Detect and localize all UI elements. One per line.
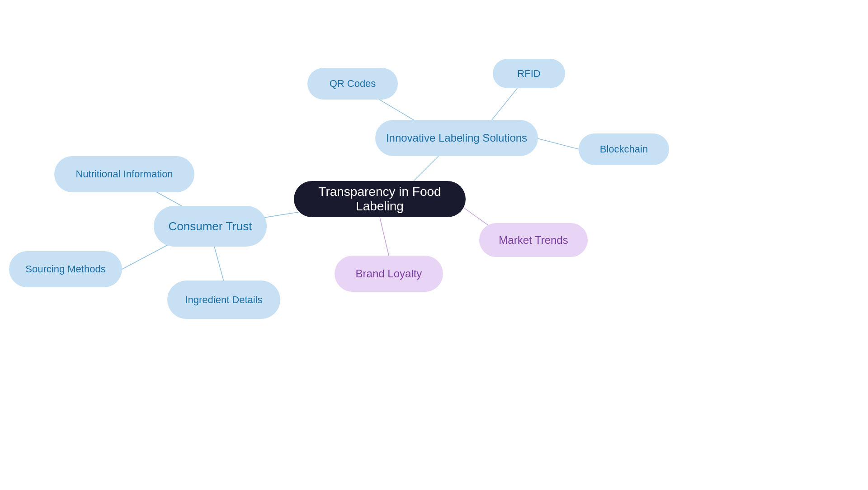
nutritional-node: Nutritional Information bbox=[54, 156, 194, 192]
center-node: Transparency in Food Labeling bbox=[294, 181, 466, 217]
brand-loyalty-label: Brand Loyalty bbox=[356, 267, 422, 280]
nutritional-label: Nutritional Information bbox=[75, 168, 173, 180]
sourcing-node: Sourcing Methods bbox=[9, 251, 122, 287]
innovative-node: Innovative Labeling Solutions bbox=[375, 120, 538, 156]
center-label: Transparency in Food Labeling bbox=[294, 185, 466, 214]
consumer-trust-label: Consumer Trust bbox=[169, 219, 252, 233]
market-trends-label: Market Trends bbox=[499, 234, 568, 247]
mind-map-connections bbox=[0, 0, 868, 490]
svg-line-8 bbox=[380, 217, 389, 256]
market-trends-node: Market Trends bbox=[479, 223, 588, 257]
innovative-label: Innovative Labeling Solutions bbox=[386, 132, 527, 144]
ingredient-label: Ingredient Details bbox=[185, 294, 262, 306]
consumer-trust-node: Consumer Trust bbox=[154, 206, 267, 247]
qr-codes-node: QR Codes bbox=[307, 68, 398, 100]
ingredient-node: Ingredient Details bbox=[167, 281, 280, 319]
rfid-node: RFID bbox=[493, 59, 565, 88]
brand-loyalty-node: Brand Loyalty bbox=[335, 256, 443, 292]
qr-label: QR Codes bbox=[330, 78, 376, 90]
sourcing-label: Sourcing Methods bbox=[25, 263, 105, 275]
rfid-label: RFID bbox=[517, 68, 540, 80]
svg-line-7 bbox=[536, 138, 580, 149]
blockchain-label: Blockchain bbox=[600, 143, 648, 155]
blockchain-node: Blockchain bbox=[579, 133, 669, 165]
